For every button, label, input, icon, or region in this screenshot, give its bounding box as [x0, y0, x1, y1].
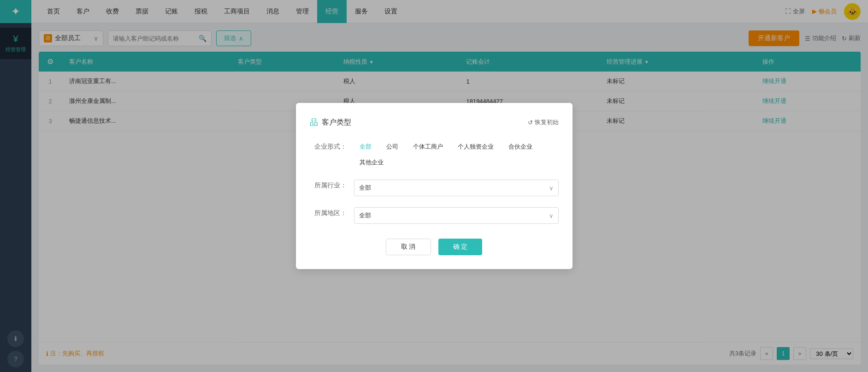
region-value: 全部	[359, 211, 371, 220]
industry-select[interactable]: 全部 ∨	[354, 180, 559, 196]
region-label: 所属地区：	[310, 207, 347, 217]
enterprise-type-options: 全部 公司 个体工商户 个人独资企业 合伙企业 其他企业	[354, 141, 559, 168]
modal-footer: 取 消 确 定	[310, 239, 559, 255]
enterprise-type-company[interactable]: 公司	[381, 141, 404, 153]
region-select[interactable]: 全部 ∨	[354, 207, 559, 224]
modal-overlay[interactable]: 品 客户类型 ↺ 恢复初始 企业形式： 全部 公司 个体工商户 个人独资企业 合…	[0, 0, 868, 372]
enterprise-type-individual[interactable]: 个体工商户	[407, 141, 449, 153]
enterprise-type-sole[interactable]: 个人独资企业	[452, 141, 499, 153]
region-chevron-icon: ∨	[549, 212, 554, 219]
reset-label: 恢复初始	[535, 118, 559, 126]
industry-select-wrapper: 全部 ∨	[354, 180, 559, 196]
enterprise-type-all[interactable]: 全部	[354, 141, 377, 153]
confirm-button[interactable]: 确 定	[438, 239, 483, 255]
region-form-row: 所属地区： 全部 ∨	[310, 207, 559, 224]
reset-btn[interactable]: ↺ 恢复初始	[528, 118, 559, 126]
enterprise-form-row: 企业形式： 全部 公司 个体工商户 个人独资企业 合伙企业 其他企业	[310, 141, 559, 168]
modal-title-bar: 品 客户类型 ↺ 恢复初始	[310, 117, 559, 128]
enterprise-form-label: 企业形式：	[310, 141, 347, 151]
modal-title-icon: 品	[310, 117, 318, 128]
enterprise-type-other[interactable]: 其他企业	[354, 156, 389, 168]
industry-label: 所属行业：	[310, 180, 347, 190]
modal-title: 品 客户类型	[310, 117, 351, 128]
industry-chevron-icon: ∨	[549, 185, 554, 192]
enterprise-type-partnership[interactable]: 合伙企业	[503, 141, 538, 153]
industry-value: 全部	[359, 184, 371, 192]
modal-title-text: 客户类型	[322, 118, 351, 127]
reset-icon: ↺	[528, 119, 533, 126]
industry-form-row: 所属行业： 全部 ∨	[310, 180, 559, 196]
customer-type-modal: 品 客户类型 ↺ 恢复初始 企业形式： 全部 公司 个体工商户 个人独资企业 合…	[296, 103, 573, 269]
cancel-button[interactable]: 取 消	[386, 239, 431, 255]
region-select-wrapper: 全部 ∨	[354, 207, 559, 224]
